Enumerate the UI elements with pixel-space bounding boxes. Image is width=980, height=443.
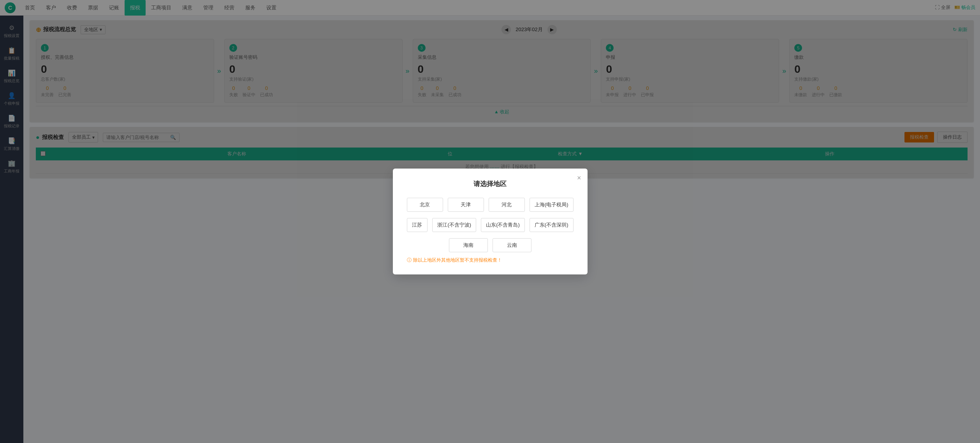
region-grid-row1: 北京天津河北上海(电子税局): [407, 198, 574, 212]
region-btn-河北[interactable]: 河北: [489, 198, 525, 212]
modal-title: 请选择地区: [407, 179, 574, 188]
region-btn-海南[interactable]: 海南: [449, 238, 488, 252]
region-btn-浙江(不含宁波)[interactable]: 浙江(不含宁波): [432, 218, 476, 232]
region-row3: 海南云南: [407, 238, 574, 252]
modal-close-btn[interactable]: ×: [577, 174, 581, 182]
region-btn-天津[interactable]: 天津: [448, 198, 484, 212]
modal-overlay: × 请选择地区 北京天津河北上海(电子税局) 江苏浙江(不含宁波)山东(不含青岛…: [0, 0, 980, 443]
warning-icon: ⓘ: [407, 257, 412, 264]
region-grid-row2: 江苏浙江(不含宁波)山东(不含青岛)广东(不含深圳): [407, 218, 574, 232]
region-btn-广东(不含深圳)[interactable]: 广东(不含深圳): [530, 218, 574, 232]
region-warning: ⓘ 除以上地区外其他地区暂不支持报税检查！: [407, 257, 574, 264]
region-btn-江苏[interactable]: 江苏: [407, 218, 428, 232]
region-btn-云南[interactable]: 云南: [493, 238, 531, 252]
region-btn-山东(不含青岛)[interactable]: 山东(不含青岛): [481, 218, 525, 232]
region-select-modal: × 请选择地区 北京天津河北上海(电子税局) 江苏浙江(不含宁波)山东(不含青岛…: [393, 169, 588, 274]
region-btn-北京[interactable]: 北京: [407, 198, 443, 212]
region-btn-上海(电子税局)[interactable]: 上海(电子税局): [530, 198, 574, 212]
